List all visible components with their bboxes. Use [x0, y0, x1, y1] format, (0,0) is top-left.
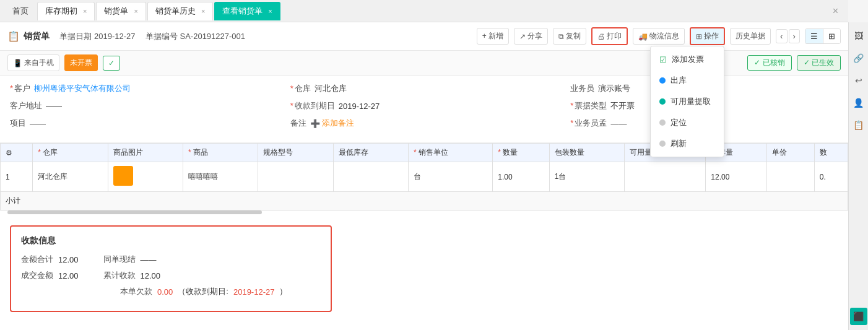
- add-note-button[interactable]: ➕ 添加备注: [310, 118, 354, 129]
- col-unit: 销售单位: [408, 144, 492, 162]
- sidebar-return-icon[interactable]: ↩: [850, 72, 867, 89]
- cell-stock: 12.00: [706, 162, 767, 192]
- gray-dot2-icon: [659, 141, 666, 147]
- tab-close-view-sales[interactable]: ×: [268, 7, 272, 15]
- not-open-button[interactable]: 未开票: [64, 54, 98, 71]
- doc-title: 📋 销货单: [7, 30, 50, 42]
- salesperson-value: ——: [610, 119, 627, 128]
- owe-field: 本单欠款 0.00 （收款到期日: 2019-12-27 ）: [120, 286, 287, 297]
- col-pack-qty: 包装数量: [549, 144, 624, 162]
- tab-bar: 首页 库存期初 × 销货单 × 销货单历史 × 查看销货单 × ×: [0, 0, 848, 22]
- payment-row-1: 金额合计 12.00 同单现结 ——: [21, 254, 321, 265]
- add-invoice-item[interactable]: ☑ 添加发票: [651, 49, 724, 70]
- deal-amount-field: 成交金额 12.00: [21, 270, 79, 281]
- window-close-button[interactable]: ×: [828, 3, 843, 19]
- warehouse-value: 河北仓库: [315, 83, 347, 94]
- tab-close-sales[interactable]: ×: [134, 7, 137, 15]
- history-button[interactable]: 历史单据: [730, 28, 771, 45]
- sidebar-link-icon[interactable]: 🔗: [850, 50, 867, 67]
- project-field: 项目 ——: [10, 118, 278, 129]
- doc-number-value: SA-20191227-001: [180, 32, 246, 41]
- ticket-value: 不开票: [610, 100, 635, 111]
- horizontal-scrollbar[interactable]: [7, 211, 262, 214]
- from-phone-button[interactable]: 📱 来自手机: [7, 54, 59, 71]
- confirm-icon-button[interactable]: ✓: [103, 56, 120, 71]
- next-button[interactable]: ›: [789, 29, 800, 43]
- list-view-button[interactable]: ☰: [805, 29, 823, 43]
- operator-value: 演示账号: [598, 83, 630, 94]
- tab-close-sales-history[interactable]: ×: [201, 7, 205, 15]
- grid-icon: ⊞: [696, 32, 702, 41]
- cell-warehouse: 河北仓库: [33, 162, 108, 192]
- grid-view-button[interactable]: ⊞: [823, 29, 840, 43]
- tab-sales-history[interactable]: 销货单历史 ×: [147, 2, 213, 20]
- doc-meta: 单据日期 2019-12-27 单据编号 SA-20191227-001: [59, 31, 245, 42]
- doc-type-label: 销货单: [24, 31, 50, 42]
- same-order-value: ——: [141, 255, 157, 264]
- right-sidebar: 🖼 🔗 ↩ 👤 📋 ⬛: [848, 22, 868, 330]
- print-button[interactable]: 🖨 打印: [591, 27, 628, 45]
- col-unit-price: 单价: [767, 144, 815, 162]
- tab-view-sales[interactable]: 查看销货单 ×: [214, 2, 280, 20]
- settings-icon[interactable]: ⚙: [6, 149, 12, 157]
- doc-date-value: 2019-12-27: [94, 32, 136, 41]
- sidebar-doc-icon[interactable]: 📋: [850, 116, 867, 134]
- col-spec: 规格型号: [258, 144, 333, 162]
- prev-button[interactable]: ‹: [776, 29, 787, 43]
- project-value: ——: [30, 119, 46, 128]
- verified-badge: ✓ 已核销: [747, 55, 791, 71]
- payment-title: 收款信息: [21, 235, 321, 246]
- col-warehouse: 仓库: [33, 144, 108, 162]
- cell-product-img: [108, 162, 183, 192]
- cell-unit: 台: [408, 162, 492, 192]
- blue-dot-icon: [659, 77, 666, 84]
- tab-home[interactable]: 首页: [5, 2, 36, 20]
- due-date-owe: 2019-12-27: [233, 287, 275, 297]
- due-date-field: *收款到期日 2019-12-27: [290, 100, 558, 111]
- refresh-item[interactable]: 刷新: [651, 133, 724, 154]
- doc-number-field: 单据编号 SA-20191227-001: [145, 31, 246, 42]
- address-field: 客户地址 ——: [10, 100, 278, 111]
- cell-min-stock: [333, 162, 408, 192]
- operate-button[interactable]: ⊞ 操作: [690, 27, 725, 45]
- doc-icon: 📋: [7, 30, 20, 42]
- payment-info-box: 收款信息 金额合计 12.00 同单现结 —— 成交金额: [10, 225, 332, 312]
- col-min-stock: 最低库存: [333, 144, 408, 162]
- logistics-button[interactable]: 🚚 物流信息: [633, 28, 685, 45]
- operate-dropdown: ☑ 添加发票 出库 可用量提取 定位: [650, 46, 724, 157]
- cell-product: 嘻嘻嘻嘻: [183, 162, 258, 192]
- total-amount-value: 12.00: [58, 255, 79, 264]
- copy-button[interactable]: ⧉ 复制: [553, 28, 586, 45]
- sidebar-user-icon[interactable]: 👤: [850, 94, 867, 111]
- share-icon: ↗: [519, 32, 526, 41]
- sidebar-image-icon[interactable]: 🖼: [850, 27, 867, 45]
- address-value: ——: [46, 102, 62, 111]
- teal-dot-icon: [659, 98, 666, 105]
- outbound-item[interactable]: 出库: [651, 70, 724, 91]
- cumulative-value: 12.00: [141, 271, 161, 280]
- customer-value[interactable]: 柳州粤港平安气体有限公司: [34, 83, 131, 94]
- phone-icon: 📱: [13, 59, 22, 67]
- new-button[interactable]: + 新增: [477, 28, 509, 45]
- plus-icon: ➕: [310, 119, 320, 128]
- share-button[interactable]: ↗ 分享: [514, 28, 548, 45]
- tab-close-inventory[interactable]: ×: [83, 7, 87, 15]
- doc-date-field: 单据日期 2019-12-27: [59, 31, 136, 42]
- due-date-value: 2019-12-27: [339, 102, 380, 111]
- total-amount-field: 金额合计 12.00: [21, 254, 79, 265]
- cell-amount: 0.: [814, 162, 848, 192]
- locate-item[interactable]: 定位: [651, 112, 724, 133]
- tab-sales[interactable]: 销货单 ×: [96, 2, 145, 20]
- available-qty-item[interactable]: 可用量提取: [651, 91, 724, 112]
- doc-date-label: 单据日期: [59, 31, 92, 42]
- note-field: 备注 ➕ 添加备注: [290, 118, 558, 129]
- subtotal-label: 小计: [1, 192, 848, 211]
- sidebar-expand-icon[interactable]: ⬛: [850, 308, 867, 325]
- doc-actions: + 新增 ↗ 分享 ⧉ 复制 🖨 打印 🚚: [477, 27, 841, 45]
- owe-value: 0.00: [157, 287, 173, 297]
- cell-index: 1: [1, 162, 33, 192]
- effective-badge: ✓ 已生效: [797, 55, 841, 71]
- same-order-field: 同单现结 ——: [103, 254, 157, 265]
- cell-available: [625, 162, 706, 192]
- tab-inventory[interactable]: 库存期初 ×: [37, 2, 95, 20]
